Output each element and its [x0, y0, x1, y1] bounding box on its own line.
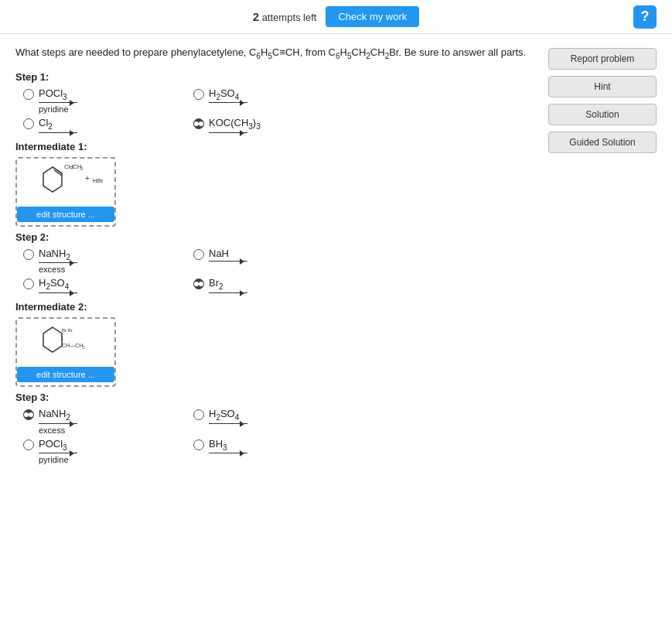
step-3-section: Step 3: NaNH2 excess [15, 392, 533, 464]
top-bar-center: 2 attempts left Check my work [253, 6, 420, 27]
svg-text:|: | [62, 335, 63, 341]
attempts-count: 2 [253, 10, 259, 23]
step-1-chem-2: H2SO4 [209, 87, 247, 104]
step-3-option-2: H2SO4 [193, 408, 363, 435]
step-3-reagent-2b: BH3 [209, 438, 247, 452]
step-3-reagent-1b: H2SO4 [209, 408, 247, 422]
intermediate-2-section: Intermediate 2: Br Br | CH—CH 2 [15, 301, 533, 387]
step-1-section: Step 1: POCl3 pyridine [15, 71, 533, 133]
molecule-2-svg: Br Br | CH—CH 2 [23, 320, 108, 366]
step-2-option-3: H2SO4 [23, 277, 193, 293]
attempts-suffix: attempts left [262, 12, 317, 23]
step-3-radio-2[interactable] [193, 409, 204, 420]
intermediate-2-edit-button[interactable]: edit structure ... [17, 367, 114, 382]
intermediate-1-molecule: CH = CH 2 + HBr [17, 159, 114, 207]
step-1-chem-4: KOC(CH3)3 [209, 117, 261, 133]
step-2-section: Step 2: NaNH2 excess [15, 231, 533, 293]
step-1-chem-1: POCl3 pyridine [39, 87, 77, 115]
step-2-chem-3: H2SO4 [39, 277, 77, 293]
top-bar: 2 attempts left Check my work ? [0, 0, 672, 34]
step-3-radio-1[interactable] [23, 409, 34, 420]
intermediate-1-edit-button[interactable]: edit structure ... [17, 207, 114, 222]
step-1-option-2: H2SO4 [193, 87, 363, 115]
step-1-option-4: KOC(CH3)3 [193, 117, 363, 133]
step-1-label: Step 1: [15, 71, 533, 83]
question-text: What steps are needed to prepare phenyla… [15, 45, 533, 62]
step-1-reagent-1b: H2SO4 [209, 87, 247, 101]
step-1-options: POCl3 pyridine H2SO4 [15, 87, 533, 133]
step-1-reagent-2b: KOC(CH3)3 [209, 117, 261, 131]
svg-text:Br  Br: Br Br [62, 328, 73, 333]
step-2-radio-4[interactable] [193, 279, 204, 289]
main-content: What steps are needed to prepare phenyla… [0, 34, 672, 619]
check-my-work-button[interactable]: Check my work [326, 6, 419, 27]
step-3-chem-4: BH3 [209, 438, 247, 454]
attempts-text: 2 attempts left [253, 10, 317, 23]
step-2-radio-1[interactable] [23, 249, 34, 260]
step-2-label: Step 2: [15, 231, 533, 243]
step-1-reagent-2a: Cl2 [39, 117, 77, 131]
svg-text:+: + [85, 174, 90, 183]
step-3-chem-1: NaNH2 excess [39, 408, 77, 435]
molecule-1-svg: CH = CH 2 + HBr [23, 159, 108, 206]
svg-text:2: 2 [83, 345, 85, 350]
step-2-chem-2: NaH [209, 248, 247, 262]
step-1-chem-3: Cl2 [39, 117, 77, 133]
right-panel: Report problem Hint Solution Guided Solu… [548, 45, 657, 608]
step-3-option-4: BH3 [193, 438, 363, 465]
step-2-chem-1: NaNH2 excess [39, 248, 77, 275]
hint-button[interactable]: Hint [548, 76, 657, 97]
step-2-reagent-2b: Br2 [209, 277, 247, 291]
step-3-radio-4[interactable] [193, 439, 204, 450]
step-3-radio-3[interactable] [23, 439, 34, 450]
guided-solution-button[interactable]: Guided Solution [548, 132, 657, 153]
intermediate-1-section: Intermediate 1: CH = C [15, 141, 533, 227]
step-2-radio-3[interactable] [23, 279, 34, 289]
step-1-radio-1[interactable] [23, 89, 34, 100]
step-2-radio-2[interactable] [193, 249, 204, 260]
step-2-reagent-2a: H2SO4 [39, 277, 77, 291]
svg-text:CH—CH: CH—CH [62, 343, 83, 348]
step-3-chem-3: POCl3 pyridine [39, 438, 77, 465]
left-panel: What steps are needed to prepare phenyla… [15, 45, 533, 608]
step-1-option-3: Cl2 [23, 117, 193, 133]
help-button[interactable]: ? [633, 5, 657, 29]
intermediate-1-label: Intermediate 1: [15, 141, 533, 152]
step-3-reagent-2a: POCl3 [39, 438, 77, 452]
step-3-options: NaNH2 excess H2SO4 [15, 408, 533, 464]
solution-button[interactable]: Solution [548, 104, 657, 125]
step-3-chem-2: H2SO4 [209, 408, 247, 424]
step-2-option-4: Br2 [193, 277, 363, 293]
step-3-label: Step 3: [15, 392, 533, 403]
intermediate-2-structure-box: Br Br | CH—CH 2 edit structure ... [15, 317, 116, 387]
step-1-option-1: POCl3 pyridine [23, 87, 193, 115]
step-2-reagent-1b: NaH [209, 248, 247, 259]
svg-text:HBr: HBr [93, 177, 104, 184]
report-problem-button[interactable]: Report problem [548, 48, 657, 70]
step-1-radio-4[interactable] [193, 118, 204, 129]
svg-text:2: 2 [80, 166, 84, 171]
intermediate-2-molecule: Br Br | CH—CH 2 [17, 319, 114, 367]
step-1-radio-3[interactable] [23, 118, 34, 129]
step-1-reagent-1a: POCl3 [39, 87, 77, 101]
svg-marker-9 [43, 327, 62, 352]
intermediate-2-label: Intermediate 2: [15, 301, 533, 313]
step-3-option-3: POCl3 pyridine [23, 438, 193, 465]
step-2-chem-4: Br2 [209, 277, 247, 293]
step-1-radio-2[interactable] [193, 89, 204, 100]
step-2-reagent-1a: NaNH2 [39, 248, 77, 262]
step-2-options: NaNH2 excess NaH [15, 248, 533, 293]
step-2-option-1: NaNH2 excess [23, 248, 193, 275]
step-3-option-1: NaNH2 excess [23, 408, 193, 435]
intermediate-1-structure-box: CH = CH 2 + HBr edit structure ... [15, 157, 116, 227]
step-3-reagent-1a: NaNH2 [39, 408, 77, 422]
step-2-option-2: NaH [193, 248, 363, 275]
